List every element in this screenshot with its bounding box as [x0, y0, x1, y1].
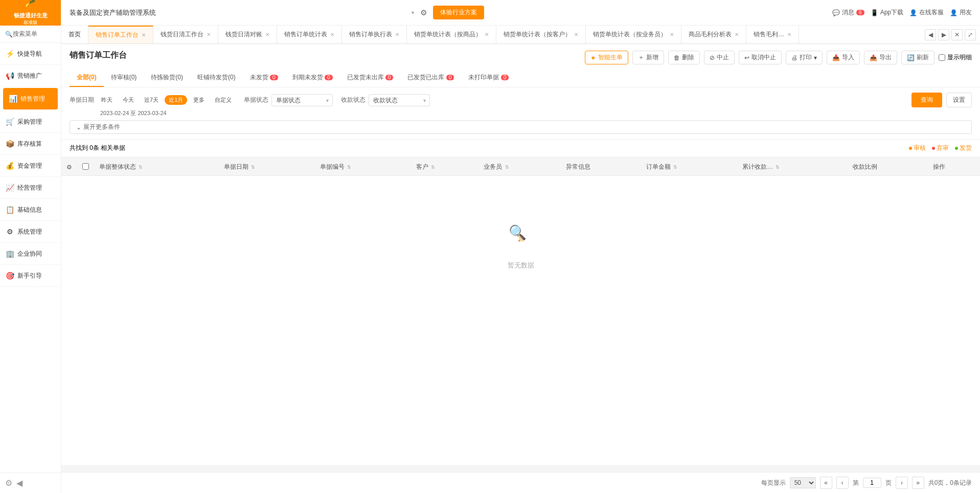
- status-select[interactable]: 单据状态: [271, 94, 333, 106]
- th-setting[interactable]: ⚙: [61, 159, 77, 176]
- cancel-stop-btn[interactable]: ↩ 取消中止: [739, 51, 782, 64]
- import-btn[interactable]: 📥 导入: [827, 51, 860, 64]
- tab-gross-margin[interactable]: 商品毛利分析表 ✕: [681, 26, 746, 44]
- sidebar-item-purchase[interactable]: 🛒 采购管理: [0, 111, 61, 133]
- print-btn[interactable]: 🖨 打印 ▾: [786, 51, 823, 64]
- setting-btn[interactable]: 设置: [946, 93, 972, 107]
- show-detail-checkbox[interactable]: 显示明细: [939, 53, 972, 62]
- page-last-btn[interactable]: »: [912, 477, 924, 489]
- print-dropdown-icon: ▾: [814, 54, 817, 61]
- refresh-btn[interactable]: 🔄 刷新: [901, 51, 935, 64]
- message-btn[interactable]: 💬 消息 6: [832, 8, 864, 17]
- date-btn-7days[interactable]: 近7天: [140, 95, 163, 105]
- th-status[interactable]: 单据整体状态 ⇅: [94, 159, 219, 176]
- tab-ship-stat-staff[interactable]: 销货单统计表（按业务员） ✕: [586, 26, 681, 44]
- sidebar-item-system[interactable]: ⚙ 系统管理: [0, 221, 61, 243]
- select-all-checkbox[interactable]: [82, 163, 89, 170]
- gear-icon[interactable]: ⚙: [420, 8, 427, 17]
- tab-sales-stat[interactable]: 销售订单统计表 ✕: [277, 26, 342, 44]
- date-btn-today[interactable]: 今天: [119, 95, 138, 105]
- ship-link[interactable]: 发货: [955, 144, 972, 152]
- dropdown-arrow[interactable]: ▾: [412, 10, 414, 15]
- sidebar-item-inventory[interactable]: 📦 库存核算: [0, 133, 61, 155]
- th-amount[interactable]: 订单金额 ⇅: [641, 159, 737, 176]
- sidebar-item-search[interactable]: 🔍 搜索菜单: [0, 26, 61, 43]
- tab-ship-stat-goods-close[interactable]: ✕: [485, 32, 489, 37]
- page-first-btn[interactable]: «: [820, 477, 832, 489]
- show-detail-input[interactable]: [939, 54, 945, 61]
- sidebar-settings-icon[interactable]: ⚙: [5, 478, 12, 488]
- tab-sales-gross-close[interactable]: ✕: [787, 32, 791, 37]
- subtab-shipped-out[interactable]: 已发货已出库 0: [400, 69, 461, 87]
- th-abnormal[interactable]: 异常信息: [561, 159, 641, 176]
- approve-link[interactable]: 审核: [909, 144, 926, 152]
- industry-btn[interactable]: 体验行业方案: [433, 6, 484, 19]
- export-btn[interactable]: 📤 导出: [864, 51, 897, 64]
- page-prev-btn[interactable]: ‹: [836, 477, 849, 489]
- sidebar-item-basic[interactable]: 📋 基础信息: [0, 199, 61, 221]
- smart-create-btn[interactable]: ★ 智能生单: [585, 51, 628, 64]
- tab-maximize[interactable]: ⤢: [965, 29, 976, 40]
- sidebar-item-enterprise[interactable]: 🏢 企业协同: [0, 243, 61, 265]
- tab-scroll-right[interactable]: ▶: [938, 29, 949, 40]
- subtab-all[interactable]: 全部(0): [70, 69, 104, 87]
- tab-ship-stat-customer[interactable]: 销货单统计表（按客户） ✕: [496, 26, 586, 44]
- tab-sales-exec[interactable]: 销售订单执行表 ✕: [342, 26, 407, 44]
- inventory-icon: 📦: [5, 139, 14, 148]
- expand-filter-btn[interactable]: ⌄ 展开更多条件: [70, 120, 972, 134]
- subtab-pending-check[interactable]: 待拣验货(0): [144, 69, 190, 87]
- date-btn-yesterday[interactable]: 昨天: [97, 95, 117, 105]
- th-checkbox[interactable]: [77, 159, 94, 176]
- tab-sales-order[interactable]: 销售订单工作台 ✕: [88, 26, 153, 44]
- sidebar-item-operation[interactable]: 📈 经营管理: [0, 177, 61, 199]
- stop-btn[interactable]: ⊘ 中止: [704, 51, 735, 64]
- sidebar-item-marketing[interactable]: 📢 营销推广: [0, 65, 61, 87]
- tab-close-all[interactable]: ✕: [951, 29, 963, 40]
- subtab-unprinted[interactable]: 未打印单据 0: [461, 69, 516, 87]
- sidebar-item-quick-nav[interactable]: ⚡ 快捷导航: [0, 43, 61, 65]
- tab-sales-exec-close[interactable]: ✕: [395, 32, 399, 37]
- date-btn-custom[interactable]: 自定义: [211, 95, 236, 105]
- tab-ship-stat-customer-close[interactable]: ✕: [574, 32, 578, 37]
- tab-sales-stat-close[interactable]: ✕: [330, 32, 334, 37]
- subtab-expired-unshipped[interactable]: 到期未发货 0: [285, 69, 340, 87]
- date-btn-1month[interactable]: 近1月: [165, 95, 187, 105]
- reject-link[interactable]: 弃审: [932, 144, 949, 152]
- horizontal-scrollbar[interactable]: [61, 465, 980, 472]
- receipt-select[interactable]: 收款状态: [369, 94, 430, 106]
- sidebar-collapse-icon[interactable]: ◀: [16, 478, 22, 488]
- th-staff[interactable]: 业务员 ⇅: [478, 159, 560, 176]
- tab-ship-stat-staff-close[interactable]: ✕: [670, 32, 674, 37]
- tab-cash-daily-close[interactable]: ✕: [207, 32, 211, 37]
- tab-home[interactable]: 首页: [61, 26, 88, 44]
- sidebar-item-guide[interactable]: 🎯 新手引导: [0, 265, 61, 287]
- th-number[interactable]: 单据编号 ⇅: [315, 159, 411, 176]
- th-collected[interactable]: 累计收款… ⇅: [737, 159, 848, 176]
- tab-gross-margin-close[interactable]: ✕: [735, 32, 739, 37]
- tab-cash-reconcile-close[interactable]: ✕: [265, 32, 269, 37]
- user-menu-btn[interactable]: 👤 用友: [950, 8, 972, 17]
- tab-cash-reconcile[interactable]: 钱货日清对账 ✕: [218, 26, 277, 44]
- delete-btn[interactable]: 🗑 删除: [668, 51, 700, 64]
- subtab-shipped-not-out[interactable]: 已发货未出库 0: [340, 69, 401, 87]
- add-btn[interactable]: ＋ 新增: [632, 51, 664, 64]
- tab-ship-stat-goods[interactable]: 销货单统计表（按商品） ✕: [407, 26, 496, 44]
- page-next-btn[interactable]: ›: [896, 477, 908, 489]
- date-btn-more[interactable]: 更多: [189, 95, 209, 105]
- online-service-btn[interactable]: 👤 在线客服: [909, 8, 944, 17]
- tab-scroll-left[interactable]: ◀: [925, 29, 936, 40]
- subtab-pending-approval[interactable]: 待审核(0): [104, 69, 144, 87]
- page-input[interactable]: [863, 478, 881, 488]
- subtab-wangpu[interactable]: 旺铺待发货(0): [190, 69, 243, 87]
- sidebar-item-sales[interactable]: 📊 销售管理: [3, 88, 58, 110]
- th-customer[interactable]: 客户 ⇅: [411, 159, 479, 176]
- subtab-unshipped[interactable]: 未发货 0: [243, 69, 285, 87]
- page-size-select[interactable]: 20 50 100: [790, 477, 816, 488]
- sidebar-item-finance[interactable]: 💰 资金管理: [0, 155, 61, 177]
- tab-sales-order-close[interactable]: ✕: [142, 32, 146, 38]
- tab-sales-gross[interactable]: 销售毛利… ✕: [746, 26, 799, 44]
- app-download-btn[interactable]: 📱 App下载: [871, 8, 903, 17]
- th-date[interactable]: 单据日期 ⇅: [219, 159, 315, 176]
- tab-cash-daily[interactable]: 钱货日清工作台 ✕: [153, 26, 218, 44]
- query-btn[interactable]: 查询: [911, 93, 942, 107]
